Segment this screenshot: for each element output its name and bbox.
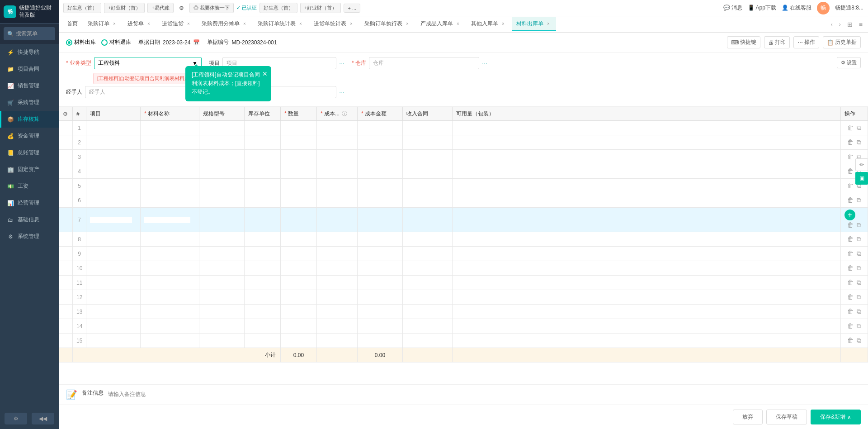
row-cost-cell[interactable] xyxy=(317,305,358,319)
delete-row-button[interactable]: 🗑 xyxy=(846,167,854,176)
sidebar-item-sales[interactable]: 📈 销售管理 xyxy=(0,77,59,94)
tab-material-out[interactable]: 材料出库单 × xyxy=(512,17,556,31)
row-qty-cell[interactable] xyxy=(281,193,317,208)
save-draft-button[interactable]: 保存草稿 xyxy=(766,410,807,424)
row-cost-cell[interactable] xyxy=(317,247,358,261)
delete-row-button[interactable]: 🗑 xyxy=(846,263,854,272)
search-menu-button[interactable]: 🔍 搜索菜单 xyxy=(4,27,55,40)
collapse-button[interactable]: ◀◀ xyxy=(32,413,54,424)
row-cost-amount-cell[interactable] xyxy=(358,135,403,150)
remark-input[interactable] xyxy=(108,389,861,399)
row-available-cell[interactable] xyxy=(453,305,841,319)
income-contract-more-btn[interactable]: ··· xyxy=(339,89,344,96)
row-available-cell[interactable] xyxy=(453,150,841,164)
row-material-cell[interactable] xyxy=(141,135,199,150)
tab-close-purchase-order[interactable]: × xyxy=(111,21,118,27)
row-spec-cell[interactable] xyxy=(199,121,245,135)
row-cost-amount-cell[interactable] xyxy=(358,164,403,179)
row-income-contract-cell[interactable] xyxy=(403,232,453,247)
row-cost-cell[interactable] xyxy=(317,179,358,193)
row-material-cell[interactable] xyxy=(141,290,199,305)
sidebar-item-system[interactable]: ⚙ 系统管理 xyxy=(0,228,59,245)
row-unit-cell[interactable] xyxy=(245,193,281,208)
row-income-contract-cell[interactable] xyxy=(403,276,453,290)
row-available-cell[interactable] xyxy=(453,290,841,305)
row-material-cell[interactable] xyxy=(141,164,199,179)
row-cost-amount-cell[interactable] xyxy=(358,290,403,305)
row-spec-cell[interactable] xyxy=(199,135,245,150)
tab-close-product-in[interactable]: × xyxy=(455,21,461,27)
row-qty-cell[interactable] xyxy=(281,290,317,305)
row-available-cell[interactable] xyxy=(453,319,841,334)
row-unit-cell[interactable] xyxy=(245,164,281,179)
tab-goods-in-stat[interactable]: 进货单统计表 × xyxy=(309,17,359,31)
handler-input[interactable]: 经手人 xyxy=(85,86,193,98)
add-row-button[interactable]: + xyxy=(844,210,855,220)
row-available-cell[interactable] xyxy=(453,232,841,247)
row-income-contract-cell[interactable] xyxy=(403,135,453,150)
tab-close-purchase-expense[interactable]: × xyxy=(241,21,248,27)
copy-row-button[interactable]: ⧉ xyxy=(856,249,862,258)
row-cost-amount-cell[interactable] xyxy=(358,247,403,261)
row-material-cell[interactable] xyxy=(141,150,199,164)
row-cost-cell[interactable] xyxy=(317,208,358,232)
delete-row-button[interactable]: 🗑 xyxy=(846,234,854,243)
row-available-cell[interactable] xyxy=(453,164,841,179)
row-spec-cell[interactable] xyxy=(199,232,245,247)
row-item-cell[interactable] xyxy=(86,305,141,319)
topbar-tag-good-biz[interactable]: 好生意（首） xyxy=(63,3,101,13)
row-spec-cell[interactable] xyxy=(199,193,245,208)
cost-info-icon[interactable]: ⓘ xyxy=(342,110,347,117)
row-income-contract-cell[interactable] xyxy=(403,247,453,261)
topbar-tag-more[interactable]: + ... xyxy=(344,4,360,13)
tab-purchase-expense[interactable]: 采购费用分摊单 × xyxy=(197,17,252,31)
row-item-cell[interactable] xyxy=(86,135,141,150)
row-material-cell[interactable] xyxy=(141,305,199,319)
sidebar-item-project-contract[interactable]: 📁 项目合同 xyxy=(0,61,59,77)
sidebar-item-finance[interactable]: 💰 资金管理 xyxy=(0,128,59,144)
date-value[interactable]: 2023-03-24 xyxy=(163,39,190,46)
row-unit-cell[interactable] xyxy=(245,179,281,193)
row-item-input[interactable] xyxy=(90,217,132,223)
row-available-cell[interactable] xyxy=(453,121,841,135)
row-qty-cell[interactable] xyxy=(281,305,317,319)
tab-close-goods-in-stat[interactable]: × xyxy=(348,21,354,27)
topbar-tag-good-biz2[interactable]: 好生意（首） xyxy=(259,3,297,13)
table-settings-icon[interactable]: ⚙ xyxy=(63,111,68,117)
row-item-cell[interactable] xyxy=(86,121,141,135)
row-qty-cell[interactable] xyxy=(281,150,317,164)
project-more-btn[interactable]: ··· xyxy=(339,60,344,67)
row-income-contract-cell[interactable] xyxy=(403,290,453,305)
row-available-cell[interactable] xyxy=(453,247,841,261)
tab-goods-in-return[interactable]: 进货退货 × xyxy=(157,17,196,31)
row-spec-cell[interactable] xyxy=(199,208,245,232)
delete-row-button[interactable]: 🗑 xyxy=(846,292,854,301)
row-cost-cell[interactable] xyxy=(317,261,358,276)
row-unit-cell[interactable] xyxy=(245,208,281,232)
row-cost-amount-cell[interactable] xyxy=(358,208,403,232)
right-panel-btn-2[interactable]: ▣ xyxy=(855,172,868,185)
delete-row-button[interactable]: 🗑 xyxy=(846,249,854,258)
radio-material-out[interactable]: 材料出库 xyxy=(66,38,96,46)
row-item-cell[interactable] xyxy=(86,232,141,247)
th-settings[interactable]: ⚙ xyxy=(59,107,73,121)
row-income-contract-cell[interactable] xyxy=(403,193,453,208)
row-available-cell[interactable] xyxy=(453,208,841,232)
row-available-cell[interactable] xyxy=(453,276,841,290)
row-cost-cell[interactable] xyxy=(317,164,358,179)
settings-button[interactable]: ⚙ xyxy=(5,413,27,424)
sidebar-item-quick-nav[interactable]: ⚡ 快捷导航 xyxy=(0,44,59,61)
warehouse-more-btn[interactable]: ··· xyxy=(482,60,487,67)
row-available-cell[interactable] xyxy=(453,261,841,276)
row-item-cell[interactable] xyxy=(86,276,141,290)
row-cost-amount-cell[interactable] xyxy=(358,261,403,276)
app-download-btn[interactable]: 📱 App下载 xyxy=(748,4,776,12)
tab-close-purchase-exec[interactable]: × xyxy=(404,21,410,27)
row-unit-cell[interactable] xyxy=(245,305,281,319)
tabs-nav-next[interactable]: › xyxy=(837,20,843,29)
row-cost-cell[interactable] xyxy=(317,319,358,334)
row-unit-cell[interactable] xyxy=(245,135,281,150)
row-qty-cell[interactable] xyxy=(281,164,317,179)
delete-row-button[interactable]: 🗑 xyxy=(846,336,854,345)
row-cost-amount-cell[interactable] xyxy=(358,305,403,319)
